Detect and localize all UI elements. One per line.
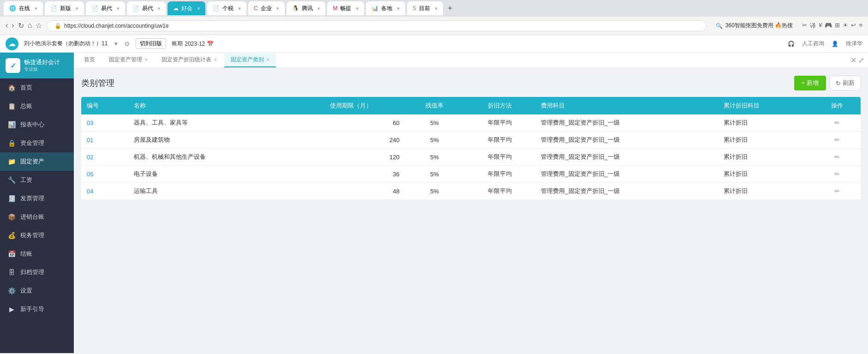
tab-depreciation-table-label: 固定资产折旧统计表 [162, 56, 211, 64]
tab-asset-category-label: 固定资产类别 [231, 56, 264, 64]
sidebar-item-closing[interactable]: 📅 结账 [0, 245, 74, 263]
cell-code-4: 04 [81, 183, 128, 200]
cell-code-1: 01 [81, 132, 128, 149]
browser-tab-changte[interactable]: M 畅提 × [327, 1, 364, 15]
sidebar-item-fixed-assets[interactable]: 📁 固定资产 [0, 152, 74, 171]
sidebar-label-reports: 报表中心 [20, 120, 44, 129]
payroll-icon: 🔧 [7, 176, 16, 184]
sidebar-label-funds: 资金管理 [20, 139, 44, 147]
user-dropdown-icon[interactable]: ▼ [113, 41, 119, 47]
cell-op-3[interactable]: ✏ [814, 166, 861, 183]
home-icon: 🏠 [7, 84, 16, 92]
browser-tab-muqian[interactable]: S 目前 × [407, 1, 443, 15]
sidebar: ✓ 畅捷通好会计 专业版 🏠 首页 📋 总账 📊 报表中心 🔒 资金管理 📁 固… [0, 53, 74, 353]
edit-btn-2[interactable]: ✏ [834, 153, 840, 161]
tab-asset-category[interactable]: 固定资产类别 × [224, 53, 276, 67]
menu-icon[interactable]: ≡ [859, 22, 862, 30]
browser-tab-yidai1[interactable]: 📄 易代 × [86, 1, 125, 15]
cell-code-0: 03 [81, 114, 128, 132]
tab-home[interactable]: 首页 [78, 53, 102, 67]
bookmark-btn[interactable]: ☆ [36, 21, 42, 30]
customer-service-text[interactable]: 人工咨询 [802, 40, 824, 48]
tab-asset-category-close[interactable]: × [267, 57, 269, 62]
browser-tab-tengxun[interactable]: 🐧 腾讯 × [287, 1, 326, 15]
new-tab-btn[interactable]: + [448, 4, 453, 13]
cell-name-2: 机器、机械和其他生产设备 [128, 149, 297, 166]
sidebar-item-reports[interactable]: 📊 报表中心 [0, 115, 74, 134]
cell-expense-1: 管理费用_固定资产折旧_一级 [535, 132, 718, 149]
tab-close-icon[interactable]: ✕ [850, 56, 856, 65]
tab-depreciation-table[interactable]: 固定资产折旧统计表 × [155, 53, 223, 67]
browser-tab-new[interactable]: 📄 新版 × [45, 1, 84, 15]
col-op: 操作 [814, 97, 861, 114]
cell-op-0[interactable]: ✏ [814, 114, 861, 132]
translate-icon[interactable]: 译 [810, 22, 816, 30]
customer-service-icon: 🎧 [788, 41, 795, 47]
cell-accum-3: 累计折旧 [718, 166, 814, 183]
period-info: 账期 2023-12 📅 [172, 40, 214, 48]
cut-icon[interactable]: ✂ [802, 22, 807, 30]
tab-home-label: 首页 [84, 56, 95, 64]
search-bar: 🔍 360智能抠图免费用 🔥热搜 [711, 22, 797, 30]
col-method: 折旧方法 [464, 97, 536, 114]
sidebar-item-ledger[interactable]: 📋 总账 [0, 97, 74, 115]
table-header-row: 编号 名称 使用期限（月） 残值率 折旧方法 费用科目 累计折旧科目 操作 [81, 97, 861, 114]
url-bar[interactable]: 🔒 https://cloud.chanjet.com/accounting/u… [47, 20, 706, 31]
cell-name-1: 房屋及建筑物 [128, 132, 297, 149]
sidebar-item-guide[interactable]: ▶ 新手引导 [0, 300, 74, 318]
sidebar-item-home[interactable]: 🏠 首页 [0, 78, 74, 97]
user-avatar-icon: 👤 [832, 41, 838, 47]
cell-op-4[interactable]: ✏ [814, 183, 861, 200]
refresh-btn[interactable]: ↻ 刷新 [830, 76, 861, 90]
edit-btn-3[interactable]: ✏ [834, 170, 840, 178]
sidebar-label-fixed-assets: 固定资产 [20, 157, 44, 166]
browser-tab-qiye[interactable]: C 企业 × [248, 1, 285, 15]
game-icon[interactable]: 🎮 [825, 22, 832, 30]
grid-icon[interactable]: ⊞ [835, 22, 840, 30]
app-body: ✓ 畅捷通好会计 专业版 🏠 首页 📋 总账 📊 报表中心 🔒 资金管理 📁 固… [0, 53, 868, 353]
browser-tab-geshuei[interactable]: 📄 个税 × [207, 1, 246, 15]
switch-version-btn[interactable]: 切到旧版 [136, 38, 166, 49]
cell-op-1[interactable]: ✏ [814, 132, 861, 149]
guide-icon: ▶ [7, 305, 16, 313]
tab-depreciation-table-close[interactable]: × [214, 57, 217, 62]
undo-icon[interactable]: ↩ [851, 22, 856, 30]
sidebar-item-invoice[interactable]: 🧾 发票管理 [0, 189, 74, 208]
cell-name-3: 电子设备 [128, 166, 297, 183]
sidebar-item-funds[interactable]: 🔒 资金管理 [0, 134, 74, 152]
edit-btn-1[interactable]: ✏ [834, 136, 840, 144]
cell-op-2[interactable]: ✏ [814, 149, 861, 166]
sidebar-label-archive: 归档管理 [20, 268, 44, 276]
browser-tab-yidai2[interactable]: 📄 易代 × [127, 1, 166, 15]
cell-months-2: 120 [297, 149, 405, 166]
settings-icon[interactable]: ⚙ [124, 40, 130, 48]
sidebar-item-settings[interactable]: ⚙️ 设置 [0, 282, 74, 300]
home-btn[interactable]: ⌂ [28, 21, 32, 30]
sidebar-item-archive[interactable]: 🗄 归档管理 [0, 263, 74, 282]
sun-icon[interactable]: ☀ [843, 22, 848, 30]
edit-btn-0[interactable]: ✏ [834, 119, 840, 126]
tab-fixed-asset-mgmt-close[interactable]: × [145, 57, 148, 62]
currency-icon[interactable]: ¥ [819, 22, 822, 30]
cell-method-0: 年限平均 [464, 114, 536, 132]
cell-code-3: 05 [81, 166, 128, 183]
browser-tab-online[interactable]: 🌐 在线 × [4, 1, 43, 15]
search-text: 360智能抠图免费用 🔥热搜 [725, 22, 793, 30]
period-label: 账期 [172, 40, 183, 48]
cell-name-4: 运输工具 [128, 183, 297, 200]
back-btn[interactable]: ‹ [6, 21, 8, 30]
reload-btn[interactable]: ↻ [18, 21, 24, 30]
tab-expand-icon[interactable]: ⤢ [858, 56, 864, 65]
browser-tab-gedi[interactable]: 📊 各地 × [366, 1, 405, 15]
page-title: 类别管理 [81, 78, 114, 89]
add-category-btn[interactable]: + 新增 [794, 76, 826, 90]
forward-btn[interactable]: › [12, 21, 14, 30]
browser-tab-haohui[interactable]: ☁ 好会 × [168, 1, 205, 15]
sidebar-item-inventory[interactable]: 📦 进销台账 [0, 208, 74, 226]
tab-fixed-asset-mgmt[interactable]: 固定资产管理 × [102, 53, 154, 67]
edit-btn-4[interactable]: ✏ [834, 187, 840, 195]
sidebar-item-tax[interactable]: 💰 税务管理 [0, 226, 74, 245]
table-row: 03 器具、工具、家具等 60 5% 年限平均 管理费用_固定资产折旧_一级 累… [81, 114, 861, 132]
calendar-icon[interactable]: 📅 [207, 41, 214, 47]
sidebar-item-payroll[interactable]: 🔧 工资 [0, 171, 74, 189]
